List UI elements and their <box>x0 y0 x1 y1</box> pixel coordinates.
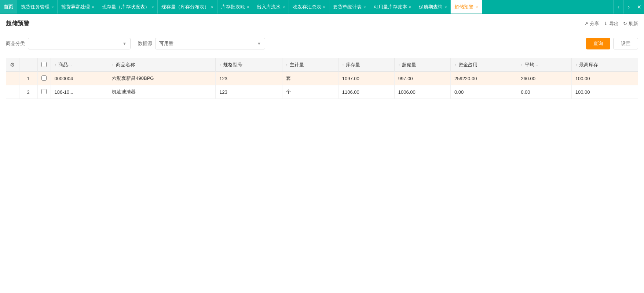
nav-item-overstock[interactable]: 超储预警× <box>451 0 482 14</box>
nav-item-task-mgmt[interactable]: 拣货任务管理× <box>17 0 58 14</box>
nav-close-flow[interactable]: × <box>282 5 285 9</box>
refresh-button[interactable]: ↻ 刷新 <box>623 21 638 27</box>
row-code-1: 186-10... <box>51 85 108 99</box>
nav-item-order-stat[interactable]: 要货单统计表× <box>329 0 370 14</box>
col-header-code[interactable]: ↕ 商品... <box>51 58 108 72</box>
table-header: ⚙ ↕ 商品... ↕ 商品名称 ↕ 规格型号 <box>6 58 638 72</box>
nav-item-expiry[interactable]: 保质期查询× <box>415 0 451 14</box>
row-unit-0: 套 <box>282 72 338 85</box>
col-header-unit[interactable]: ↕ 主计量 <box>282 58 338 72</box>
row-code-0: 0000004 <box>51 72 108 85</box>
datasource-filter: 数据源 可用量 ▼ <box>138 38 265 49</box>
row-capital-1: 0.00 <box>450 85 517 99</box>
table-row: 2 186-10... 机油滤清器 123 个 1106.00 1006.00 … <box>6 85 638 99</box>
row-checkbox-1[interactable] <box>41 89 47 94</box>
row-stock-0: 1097.00 <box>338 72 394 85</box>
nav-item-summary[interactable]: 收发存汇总表× <box>289 0 329 14</box>
row-over-0: 997.00 <box>394 72 450 85</box>
nav-arrows: ‹ › ✕ <box>613 0 644 14</box>
row-name-1: 机油滤清器 <box>108 85 216 99</box>
col-header-check[interactable] <box>37 58 51 72</box>
row-over-1: 1006.00 <box>394 85 450 99</box>
sort-icon-name: ↕ <box>112 63 114 67</box>
row-maxstock-0: 100.00 <box>571 72 638 85</box>
nav-item-flow[interactable]: 出入库流水× <box>253 0 289 14</box>
row-avg-0: 260.00 <box>517 72 571 85</box>
col-header-maxstock[interactable]: ↕ 最高库存 <box>571 58 638 72</box>
row-capital-0: 259220.00 <box>450 72 517 85</box>
col-header-capital[interactable]: ↕ 资金占用 <box>450 58 517 72</box>
datasource-arrow-icon: ▼ <box>257 41 261 46</box>
row-spec-1: 123 <box>216 85 282 99</box>
nav-item-stock-dist[interactable]: 现存量（库存分布表）× <box>158 0 217 14</box>
nav-close-expiry[interactable]: × <box>444 5 447 9</box>
table-settings-icon[interactable]: ⚙ <box>10 62 15 68</box>
sort-icon-avg: ↕ <box>521 63 523 67</box>
col-header-name[interactable]: ↕ 商品名称 <box>108 58 216 72</box>
sort-icon-unit: ↕ <box>286 63 288 67</box>
category-select[interactable]: ▼ <box>28 38 131 49</box>
nav-close-summary[interactable]: × <box>323 5 325 9</box>
nav-close-stock-dist[interactable]: × <box>211 5 213 9</box>
nav-next-button[interactable]: › <box>623 0 634 14</box>
sort-icon-spec: ↕ <box>219 63 221 67</box>
nav-close-order-stat[interactable]: × <box>363 5 366 9</box>
datasource-select[interactable]: 可用量 ▼ <box>155 38 265 49</box>
table-body: 1 0000004 六配套新昌490BPG 123 套 1097.00 997.… <box>6 72 638 99</box>
action-buttons: 查询 设置 <box>586 38 638 49</box>
nav-close-batch[interactable]: × <box>247 5 249 9</box>
nav-close-available[interactable]: × <box>409 5 411 9</box>
category-filter: 商品分类 ▼ <box>6 38 131 49</box>
col-header-num <box>19 58 37 72</box>
nav-close-task-mgmt[interactable]: × <box>51 5 54 9</box>
filter-bar: 商品分类 ▼ 数据源 可用量 ▼ 查询 设置 <box>6 33 638 54</box>
row-check-1[interactable] <box>37 85 51 99</box>
row-check-0[interactable] <box>37 72 51 85</box>
row-settings-0 <box>6 72 19 85</box>
nav-prev-button[interactable]: ‹ <box>613 0 623 14</box>
sort-icon-capital: ↕ <box>454 63 456 67</box>
sort-icon-maxstock: ↕ <box>575 63 577 67</box>
select-all-checkbox[interactable] <box>41 62 47 67</box>
top-nav: 首页拣货任务管理×拣货异常处理×现存量（库存状况表）×现存量（库存分布表）×库存… <box>0 0 644 14</box>
col-header-avg[interactable]: ↕ 平均... <box>517 58 571 72</box>
col-header-over[interactable]: ↕ 超储量 <box>394 58 450 72</box>
row-name-0: 六配套新昌490BPG <box>108 72 216 85</box>
row-spec-0: 123 <box>216 72 282 85</box>
nav-close-button[interactable]: ✕ <box>634 0 644 14</box>
row-unit-1: 个 <box>282 85 338 99</box>
sort-icon-over: ↕ <box>398 63 400 67</box>
nav-item-stock-status[interactable]: 现存量（库存状况表）× <box>98 0 158 14</box>
nav-close-stock-status[interactable]: × <box>151 5 154 9</box>
share-icon: ↗ <box>584 21 588 26</box>
table-row: 1 0000004 六配套新昌490BPG 123 套 1097.00 997.… <box>6 72 638 85</box>
nav-item-batch[interactable]: 库存批次账× <box>217 0 253 14</box>
nav-item-exception[interactable]: 拣货异常处理× <box>58 0 98 14</box>
nav-close-exception[interactable]: × <box>92 5 94 9</box>
settings-button[interactable]: 设置 <box>613 38 638 49</box>
share-button[interactable]: ↗ 分享 <box>584 21 599 27</box>
row-num-0: 1 <box>19 72 37 85</box>
datasource-label: 数据源 <box>138 40 152 47</box>
export-button[interactable]: ⤓ 导出 <box>604 21 619 27</box>
row-maxstock-1: 100.00 <box>571 85 638 99</box>
page-title: 超储预警 <box>6 20 29 27</box>
row-checkbox-0[interactable] <box>41 75 47 81</box>
data-table: ⚙ ↕ 商品... ↕ 商品名称 ↕ 规格型号 <box>6 58 638 99</box>
category-arrow-icon: ▼ <box>122 41 127 46</box>
row-settings-1 <box>6 85 19 99</box>
col-header-stock[interactable]: ↕ 库存量 <box>338 58 394 72</box>
sort-icon-stock: ↕ <box>342 63 344 67</box>
col-header-spec[interactable]: ↕ 规格型号 <box>216 58 282 72</box>
col-header-settings[interactable]: ⚙ <box>6 58 19 72</box>
row-num-1: 2 <box>19 85 37 99</box>
row-avg-1: 0.00 <box>517 85 571 99</box>
nav-item-home[interactable]: 首页 <box>0 0 17 14</box>
nav-close-overstock[interactable]: × <box>475 5 477 9</box>
nav-item-available[interactable]: 可用量库存账本× <box>370 0 415 14</box>
export-icon: ⤓ <box>604 21 608 26</box>
category-label: 商品分类 <box>6 40 25 47</box>
refresh-icon: ↻ <box>623 21 627 26</box>
header-actions: ↗ 分享 ⤓ 导出 ↻ 刷新 <box>584 21 638 27</box>
query-button[interactable]: 查询 <box>586 38 610 49</box>
